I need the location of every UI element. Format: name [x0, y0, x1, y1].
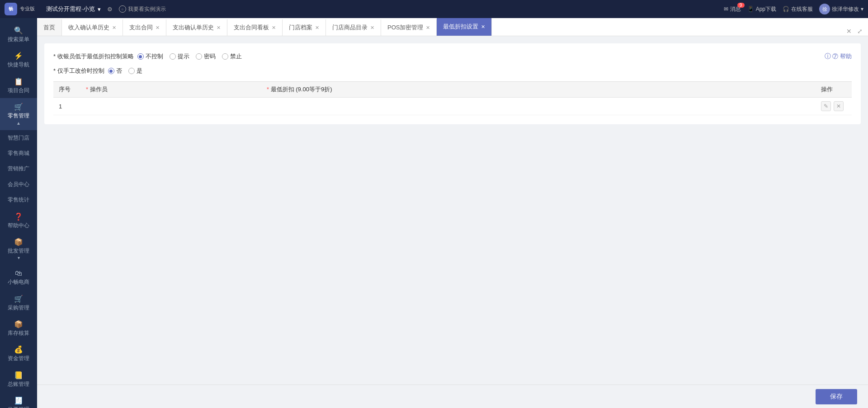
table-header-row: 序号 * 操作员 * 最低折扣 (9.00等于9折) 操作: [53, 82, 852, 98]
tab-min-discount-close[interactable]: ✕: [481, 24, 485, 30]
user-dropdown-icon: ▾: [861, 6, 863, 12]
manual-yes[interactable]: 是: [128, 67, 142, 75]
online-service-button[interactable]: 🎧 在线客服: [783, 5, 813, 13]
tab-contract-board[interactable]: 支出合同看板 ✕: [227, 19, 283, 36]
strategy-password[interactable]: 密码: [196, 52, 216, 61]
tab-store-catalog-label: 门店商品目录: [332, 23, 368, 32]
tab-home[interactable]: 首页: [37, 19, 62, 36]
sidebar-item-search[interactable]: 🔍 搜索菜单: [0, 22, 37, 47]
manual-no-dot: [109, 70, 113, 73]
sidebar-item-help[interactable]: ❓ 帮助中心: [0, 208, 37, 233]
sidebar-ledger-label: 总账管理: [8, 381, 29, 387]
tab-expand-button[interactable]: ⤢: [855, 27, 864, 36]
sidebar-retail-label: 零售管理: [8, 113, 29, 119]
sidebar-item-invoice[interactable]: 🧾 发票管理: [0, 392, 37, 408]
manual-form-row: * 仅手工改价时控制 否 是: [53, 67, 852, 75]
retail-icon: 🛒: [14, 103, 23, 111]
sidebar-item-retail-mall[interactable]: 零售商城: [0, 145, 37, 161]
sidebar-item-retail-stats[interactable]: 零售统计: [0, 192, 37, 207]
tab-income-history-label: 收入确认单历史: [68, 23, 109, 32]
help-link[interactable]: ⓘ ⑦ 帮助: [825, 52, 852, 61]
manual-yes-radio[interactable]: [128, 68, 135, 74]
sidebar-item-project[interactable]: 📋 项目合同: [0, 73, 37, 98]
topbar-right: ✉ 消息 9 📱 App下载 🎧 在线客服 徐 徐泽华修改 ▾: [724, 4, 863, 14]
strategy-forbid-radio[interactable]: [222, 53, 228, 60]
demo-circle-icon: ○: [119, 5, 126, 13]
strategy-prompt-label: 提示: [178, 52, 189, 61]
strategy-password-radio[interactable]: [196, 53, 202, 60]
tab-income-history-close[interactable]: ✕: [112, 25, 116, 31]
tab-income-history[interactable]: 收入确认单历史 ✕: [62, 19, 123, 36]
manual-no-radio[interactable]: [108, 68, 114, 74]
th-min-discount-required: *: [267, 86, 271, 93]
online-service-label: 在线客服: [791, 5, 813, 13]
delete-row-button[interactable]: ✕: [834, 101, 844, 111]
tab-store-catalog-close[interactable]: ✕: [370, 25, 374, 31]
tab-store-files[interactable]: 门店档案 ✕: [283, 19, 326, 36]
help-circle-icon: ⓘ: [825, 52, 831, 61]
strategy-no-control-radio[interactable]: [137, 53, 144, 60]
tab-contract-board-close[interactable]: ✕: [272, 25, 276, 31]
project-selector[interactable]: 测试分开需程·小览 ▾ ⚙ ○ 我要看实例演示: [42, 5, 724, 13]
manual-no[interactable]: 否: [108, 67, 122, 75]
strategy-label: * 收银员低于最低折扣控制策略: [53, 52, 137, 61]
th-min-discount: * 最低折扣 (9.00等于9折): [261, 82, 816, 98]
sidebar-item-inventory[interactable]: 📦 库存核算: [0, 315, 37, 341]
topbar-gear-icon[interactable]: ⚙: [104, 6, 116, 13]
strategy-prompt[interactable]: 提示: [170, 52, 189, 61]
sidebar-item-ecommerce[interactable]: 🛍 小畅电商: [0, 265, 37, 290]
sidebar-item-member[interactable]: 会员中心: [0, 177, 37, 192]
tab-contract-close[interactable]: ✕: [156, 25, 160, 31]
tab-contract-label: 支出合同: [129, 23, 153, 32]
help-text: ⑦ 帮助: [832, 52, 852, 61]
sidebar-item-quicknav[interactable]: ⚡ 快捷导航: [0, 47, 37, 72]
logo-icon: 畅: [5, 3, 17, 15]
main-layout: 🔍 搜索菜单 ⚡ 快捷导航 📋 项目合同 🛒 零售管理 ▲ 智慧门店 零售商城 …: [0, 18, 868, 408]
tab-contract[interactable]: 支出合同 ✕: [123, 19, 166, 36]
strategy-forbid[interactable]: 禁止: [222, 52, 242, 61]
retail-arrow-icon: ▲: [16, 121, 21, 126]
th-min-discount-label: 最低折扣 (9.00等于9折): [271, 86, 332, 93]
sidebar-item-finance[interactable]: 💰 资金管理: [0, 341, 37, 366]
app-download-button[interactable]: 📱 App下载: [747, 5, 776, 13]
app-download-label: App下载: [756, 5, 776, 13]
strategy-prompt-radio[interactable]: [170, 53, 176, 60]
finance-icon: 💰: [14, 345, 23, 354]
save-button[interactable]: 保存: [816, 389, 857, 404]
tab-pos-mgmt-close[interactable]: ✕: [426, 25, 430, 31]
tab-store-files-close[interactable]: ✕: [315, 25, 319, 31]
user-menu-button[interactable]: 徐 徐泽华修改 ▾: [819, 4, 863, 14]
page-footer: 保存: [37, 385, 868, 408]
sidebar-search-label: 搜索菜单: [8, 36, 29, 42]
tab-store-catalog[interactable]: 门店商品目录 ✕: [326, 19, 381, 36]
tab-store-files-label: 门店档案: [289, 23, 312, 32]
tab-contract-board-label: 支出合同看板: [234, 23, 269, 32]
sidebar-item-purchase[interactable]: 🛒 采购管理: [0, 290, 37, 315]
sidebar-item-ledger[interactable]: 📒 总账管理: [0, 366, 37, 392]
project-icon: 📋: [14, 77, 23, 86]
sidebar-item-smart-store[interactable]: 智慧门店: [0, 130, 37, 145]
tab-expense-history-close[interactable]: ✕: [217, 25, 221, 31]
content-area: 首页 收入确认单历史 ✕ 支出合同 ✕ 支出确认单历史 ✕ 支出合同看板 ✕ 门…: [37, 18, 868, 408]
edit-row-button[interactable]: ✎: [821, 101, 831, 111]
sidebar-item-marketing[interactable]: 营销推广: [0, 161, 37, 176]
tab-min-discount[interactable]: 最低折扣设置 ✕: [437, 18, 492, 36]
tab-expense-history-label: 支出确认单历史: [173, 23, 214, 32]
message-button[interactable]: ✉ 消息 9: [724, 5, 741, 13]
manual-no-label: 否: [116, 67, 122, 75]
sidebar-item-batch[interactable]: 📦 批发管理 ▾: [0, 233, 37, 265]
strategy-no-control[interactable]: 不控制: [137, 52, 163, 61]
tab-close-all-button[interactable]: ✕: [844, 27, 854, 36]
sidebar-smart-store-label: 智慧门店: [8, 135, 29, 141]
sidebar-item-retail[interactable]: 🛒 零售管理 ▲: [0, 98, 37, 130]
topbar: 畅 专业版 测试分开需程·小览 ▾ ⚙ ○ 我要看实例演示 ✉ 消息 9 📱 A…: [0, 0, 868, 18]
demo-text: 我要看实例演示: [128, 5, 166, 13]
sidebar-batch-label: 批发管理: [8, 248, 29, 254]
strategy-form-row: * 收银员低于最低折扣控制策略 不控制 提示: [53, 52, 852, 61]
tab-pos-mgmt[interactable]: POS加密管理 ✕: [381, 19, 437, 36]
table-row: 1 ✎ ✕: [53, 98, 852, 115]
message-icon: ✉: [724, 6, 728, 12]
demo-link[interactable]: ○ 我要看实例演示: [119, 5, 166, 13]
tab-expense-history[interactable]: 支出确认单历史 ✕: [166, 19, 227, 36]
th-operator-label: 操作员: [90, 86, 108, 93]
